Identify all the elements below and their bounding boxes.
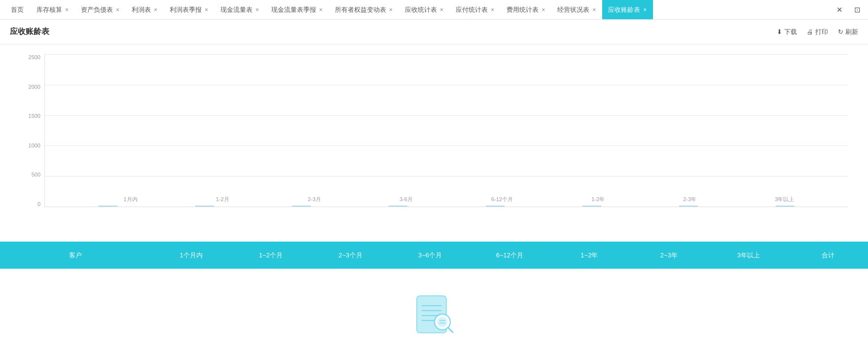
tab-inventory-label: 库存核算 — [36, 5, 62, 14]
refresh-label: 刷新 — [845, 28, 858, 36]
tab-payable-stat-close[interactable]: × — [491, 6, 494, 13]
tab-cashflow-close[interactable]: × — [255, 6, 259, 13]
table-header: 客户 1个月内 1~2个月 2~3个月 3~6个月 6~12个月 1~2年 2~… — [0, 242, 868, 269]
chart-plot: 1月内 1-2月 2-3月 3-6月 6-12个月 1-2年 2-3年 3年以上 — [44, 54, 848, 207]
print-icon: 🖨 — [807, 28, 813, 36]
tab-balance-close[interactable]: × — [116, 6, 119, 13]
chart-area: 2500 2000 1500 1000 500 0 — [0, 44, 868, 242]
y-label-2500top: 2500 — [29, 54, 40, 60]
tab-balance[interactable]: 资产负债表 × — [75, 0, 126, 20]
th-customer: 客户 — [0, 251, 151, 260]
y-axis: 2500 2000 1500 1000 500 0 — [20, 54, 44, 207]
y-label-0: 0 — [37, 201, 40, 207]
x-label-4: 3-6月 — [399, 196, 413, 203]
th-6-12month: 6~12个月 — [470, 251, 549, 260]
th-1-2month: 1~2个月 — [231, 251, 310, 260]
tab-bar: 首页 库存核算 × 资产负债表 × 利润表 × 利润表季报 × 现金流量表 × … — [0, 0, 868, 20]
tab-aging-label: 应收账龄表 — [608, 5, 640, 14]
x-label-7: 2-3年 — [683, 196, 696, 203]
refresh-button[interactable]: ↻ 刷新 — [838, 28, 858, 36]
tab-receivable-stat-close[interactable]: × — [440, 6, 443, 13]
tab-operation-close[interactable]: × — [592, 6, 596, 13]
tab-inventory[interactable]: 库存核算 × — [31, 0, 75, 20]
x-label-2: 1-2月 — [216, 196, 229, 203]
tab-receivable-stat-label: 应收统计表 — [405, 5, 437, 14]
tab-cashflow[interactable]: 现金流量表 × — [215, 0, 265, 20]
tab-aging[interactable]: 应收账龄表 × — [602, 0, 653, 20]
x-label-1: 1月内 — [124, 196, 138, 203]
y-label-1500: 1500 — [29, 113, 40, 119]
th-2-3year: 2~3年 — [629, 251, 709, 260]
print-button[interactable]: 🖨 打印 — [807, 28, 828, 36]
tab-profit[interactable]: 利润表 × — [126, 0, 164, 20]
tab-equity-label: 所有者权益变动表 — [335, 5, 386, 14]
tab-cashflow-quarterly[interactable]: 现金流量表季报 × — [265, 0, 329, 20]
main-content: 2500 2000 1500 1000 500 0 — [0, 44, 868, 355]
window-close-button[interactable]: ✕ — [832, 3, 846, 17]
tab-operation[interactable]: 经营状况表 × — [551, 0, 602, 20]
refresh-icon: ↻ — [838, 28, 843, 36]
th-3-6month: 3~6个月 — [390, 251, 470, 260]
tab-equity-close[interactable]: × — [389, 6, 393, 13]
tab-expense-stat[interactable]: 费用统计表 × — [501, 0, 551, 20]
tab-payable-stat[interactable]: 应付统计表 × — [450, 0, 501, 20]
tab-expense-stat-label: 费用统计表 — [506, 5, 539, 14]
empty-state — [407, 288, 461, 343]
tab-profit-close[interactable]: × — [154, 6, 157, 13]
tab-bar-actions: ✕ ⊡ — [832, 3, 864, 17]
tab-balance-label: 资产负债表 — [81, 5, 113, 14]
page-title: 应收账龄表 — [10, 27, 49, 37]
download-icon: ⬇ — [777, 28, 782, 36]
tab-aging-close[interactable]: × — [643, 6, 647, 13]
tab-cashflow-quarterly-close[interactable]: × — [319, 6, 323, 13]
download-button[interactable]: ⬇ 下载 — [777, 28, 797, 36]
table-body — [0, 269, 868, 355]
print-label: 打印 — [815, 28, 828, 36]
tab-receivable-stat[interactable]: 应收统计表 × — [399, 0, 450, 20]
th-total: 合计 — [789, 251, 868, 260]
x-label-8: 3年以上 — [775, 196, 794, 203]
tab-equity[interactable]: 所有者权益变动表 × — [329, 0, 399, 20]
y-label-2000: 2000 — [29, 84, 40, 90]
x-label-5: 6-12个月 — [491, 196, 513, 203]
x-label-3: 2-3月 — [308, 196, 321, 203]
svg-line-8 — [448, 327, 453, 332]
tab-home[interactable]: 首页 — [4, 5, 31, 14]
tab-operation-label: 经营状况表 — [557, 5, 589, 14]
tab-profit-quarterly-close[interactable]: × — [205, 6, 208, 13]
window-maximize-button[interactable]: ⊡ — [850, 3, 864, 17]
tab-expense-stat-close[interactable]: × — [542, 6, 545, 13]
svg-point-7 — [437, 317, 447, 327]
x-axis: 1月内 1-2月 2-3月 3-6月 6-12个月 1-2年 2-3年 3年以上 — [70, 192, 848, 207]
tab-cashflow-label: 现金流量表 — [220, 5, 253, 14]
tab-inventory-close[interactable]: × — [65, 6, 69, 13]
empty-state-icon — [407, 288, 461, 343]
header-actions: ⬇ 下载 🖨 打印 ↻ 刷新 — [777, 28, 858, 36]
x-label-6: 1-2年 — [591, 196, 605, 203]
th-3plus-year: 3年以上 — [709, 251, 788, 260]
th-1month: 1个月内 — [151, 251, 231, 260]
y-label-500: 500 — [32, 172, 40, 178]
bars-group — [45, 54, 848, 207]
page-header: 应收账龄表 ⬇ 下载 🖨 打印 ↻ 刷新 — [0, 20, 868, 44]
tab-payable-stat-label: 应付统计表 — [456, 5, 488, 14]
tab-profit-quarterly[interactable]: 利润表季报 × — [164, 0, 215, 20]
download-label: 下载 — [784, 28, 797, 36]
tab-cashflow-quarterly-label: 现金流量表季报 — [271, 5, 316, 14]
tab-profit-label: 利润表 — [132, 5, 151, 14]
th-2-3month: 2~3个月 — [311, 251, 390, 260]
chart-container: 2500 2000 1500 1000 500 0 — [20, 54, 848, 222]
th-1-2year: 1~2年 — [549, 251, 629, 260]
tab-profit-quarterly-label: 利润表季报 — [170, 5, 202, 14]
y-label-1000: 1000 — [29, 142, 40, 148]
